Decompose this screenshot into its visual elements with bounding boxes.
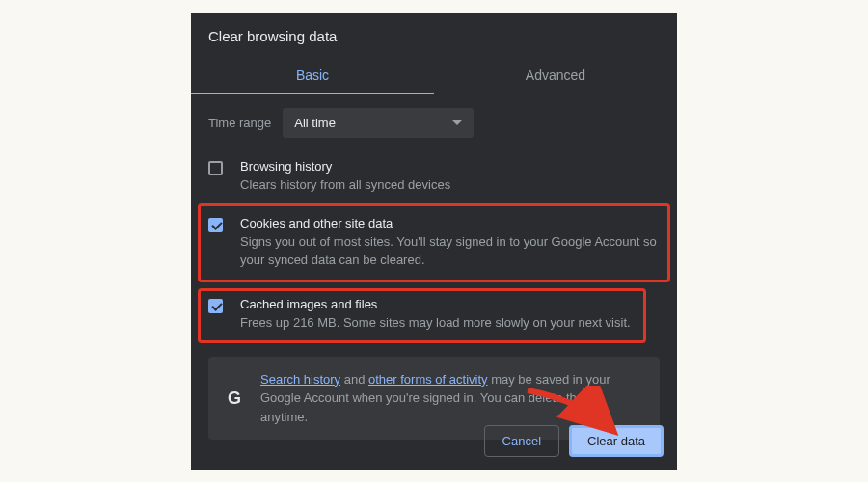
option-desc: Clears history from all synced devices	[240, 176, 450, 195]
option-text: Cached images and files Frees up 216 MB.…	[240, 297, 631, 333]
tab-advanced[interactable]: Advanced	[434, 58, 677, 94]
option-cache: Cached images and files Frees up 216 MB.…	[198, 288, 646, 343]
option-browsing-history: Browsing history Clears history from all…	[208, 151, 660, 204]
dialog-footer: Cancel Clear data	[484, 425, 664, 457]
option-desc: Frees up 216 MB. Some sites may load mor…	[240, 314, 631, 333]
time-range-row: Time range All time	[208, 108, 660, 138]
option-title: Cookies and other site data	[240, 216, 660, 230]
tab-basic[interactable]: Basic	[191, 58, 434, 94]
checkbox-browsing-history[interactable]	[208, 161, 223, 175]
dialog-body: Time range All time Browsing history Cle…	[191, 94, 677, 441]
option-title: Cached images and files	[240, 297, 631, 311]
tab-bar: Basic Advanced	[191, 58, 677, 94]
google-icon: G	[224, 388, 245, 409]
time-range-label: Time range	[208, 116, 271, 130]
chevron-down-icon	[452, 120, 462, 125]
time-range-select[interactable]: All time	[283, 108, 474, 138]
option-text: Cookies and other site data Signs you ou…	[240, 216, 660, 270]
checkbox-cache[interactable]	[208, 299, 223, 313]
option-text: Browsing history Clears history from all…	[240, 159, 450, 195]
dialog-title: Clear browsing data	[191, 13, 677, 58]
option-cookies: Cookies and other site data Signs you ou…	[198, 203, 670, 282]
clear-data-button[interactable]: Clear data	[569, 425, 664, 457]
link-search-history[interactable]: Search history	[260, 372, 340, 387]
link-other-activity[interactable]: other forms of activity	[368, 372, 488, 387]
option-title: Browsing history	[240, 159, 450, 174]
info-mid: and	[340, 372, 368, 387]
info-text: Search history and other forms of activi…	[260, 370, 644, 427]
clear-browsing-data-dialog: Clear browsing data Basic Advanced Time …	[191, 13, 677, 470]
cancel-button[interactable]: Cancel	[484, 425, 559, 457]
option-desc: Signs you out of most sites. You'll stay…	[240, 233, 660, 270]
time-range-value: All time	[294, 116, 336, 130]
checkbox-cookies[interactable]	[208, 218, 223, 232]
